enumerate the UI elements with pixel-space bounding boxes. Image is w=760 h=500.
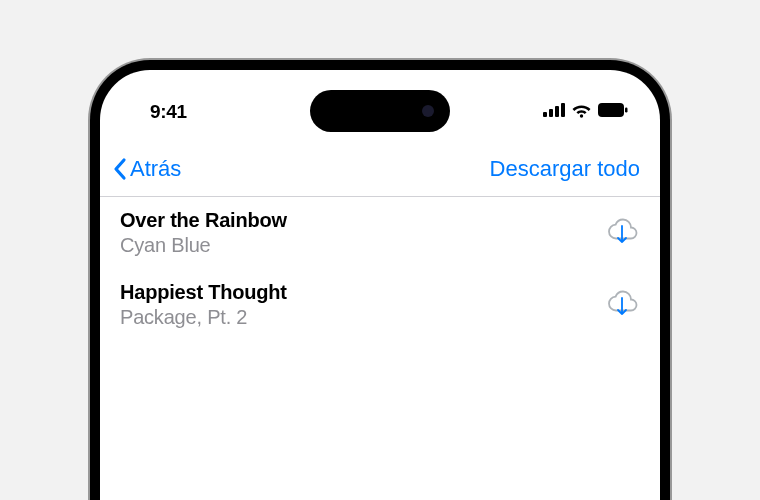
svg-rect-3 — [561, 103, 565, 117]
navigation-bar: Atrás Descargar todo — [100, 132, 660, 197]
song-title: Over the Rainbow — [120, 209, 287, 232]
svg-rect-0 — [543, 112, 547, 117]
battery-icon — [598, 103, 628, 121]
phone-screen: 9:41 — [100, 70, 660, 500]
list-item-text: Over the Rainbow Cyan Blue — [120, 209, 287, 257]
status-right — [543, 103, 628, 122]
svg-rect-1 — [549, 109, 553, 117]
song-subtitle: Cyan Blue — [120, 234, 287, 257]
song-subtitle: Package, Pt. 2 — [120, 306, 287, 329]
list-item-text: Happiest Thought Package, Pt. 2 — [120, 281, 287, 329]
download-all-label: Descargar todo — [490, 156, 640, 181]
svg-rect-6 — [625, 108, 628, 113]
song-title: Happiest Thought — [120, 281, 287, 304]
download-all-button[interactable]: Descargar todo — [490, 156, 640, 182]
list-item[interactable]: Happiest Thought Package, Pt. 2 — [100, 269, 660, 341]
cloud-download-icon[interactable] — [604, 217, 640, 249]
svg-point-4 — [580, 114, 583, 117]
chevron-left-icon — [112, 157, 128, 181]
svg-rect-5 — [598, 103, 624, 117]
svg-rect-2 — [555, 106, 559, 117]
dynamic-island — [310, 90, 450, 132]
songs-list: Over the Rainbow Cyan Blue Happiest Thou… — [100, 197, 660, 341]
status-time: 9:41 — [150, 101, 187, 123]
cloud-download-icon[interactable] — [604, 289, 640, 321]
phone-frame: 9:41 — [90, 60, 670, 500]
list-item[interactable]: Over the Rainbow Cyan Blue — [100, 197, 660, 269]
cellular-signal-icon — [543, 103, 565, 121]
back-button[interactable]: Atrás — [112, 156, 181, 182]
wifi-icon — [571, 103, 592, 122]
back-label: Atrás — [130, 156, 181, 182]
